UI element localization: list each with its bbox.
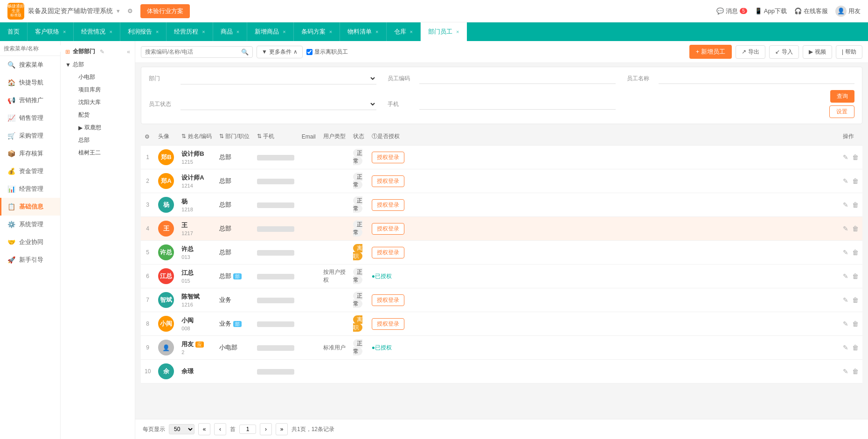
delete-btn[interactable]: 🗑 <box>852 296 859 304</box>
close-icon[interactable]: × <box>410 29 413 35</box>
tab-dept-staff[interactable]: 部门员工 × <box>421 22 467 41</box>
sidebar-item-finance[interactable]: 💰 资金管理 <box>0 162 60 180</box>
search-input[interactable] <box>145 49 239 55</box>
col-settings[interactable]: ⚙ <box>141 128 154 146</box>
sidebar-item-system[interactable]: ⚙️ 系统管理 <box>0 216 60 233</box>
close-icon[interactable]: × <box>63 29 66 35</box>
auth-btn[interactable]: 授权登录 <box>372 294 404 306</box>
dept-node-shenyang[interactable]: 沈阳大库 <box>71 96 135 109</box>
sidebar-item-purchase[interactable]: 🛒 采购管理 <box>0 127 60 145</box>
close-icon[interactable]: × <box>109 29 112 35</box>
next-page-btn[interactable]: › <box>260 423 272 435</box>
close-icon[interactable]: × <box>329 29 332 35</box>
tab-goods[interactable]: 商品 × <box>213 22 247 41</box>
user-btn[interactable]: 👤 用友 <box>835 6 861 17</box>
first-page-btn[interactable]: « <box>198 423 210 435</box>
delete-btn[interactable]: 🗑 <box>852 249 859 256</box>
dept-node-xiaodian[interactable]: 小电部 <box>71 71 135 84</box>
message-btn[interactable]: 💬 消息 5 <box>716 7 747 15</box>
dept-node-peihuo[interactable]: 配货 <box>71 109 135 121</box>
edit-btn[interactable]: ✎ <box>843 320 848 328</box>
per-page-select[interactable]: 50 100 200 <box>169 424 194 434</box>
show-resigned-checkbox[interactable] <box>306 49 312 55</box>
support-btn[interactable]: 🎧 在线客服 <box>794 7 828 15</box>
tab-home[interactable]: 首页 <box>0 22 28 41</box>
edit-btn[interactable]: ✎ <box>843 177 848 185</box>
filter-dept-select[interactable] <box>181 73 376 84</box>
help-btn[interactable]: | 帮助 <box>836 45 862 59</box>
auth-btn[interactable]: 授权登录 <box>372 199 404 211</box>
sidebar-item-business[interactable]: 📊 经营管理 <box>0 180 60 198</box>
filter-search-btn[interactable]: 查询 <box>830 90 854 103</box>
edit-btn[interactable]: ✎ <box>843 225 848 232</box>
auth-btn[interactable]: 授权登录 <box>372 223 404 235</box>
auth-btn[interactable]: 授权登录 <box>372 175 404 187</box>
filter-phone-input[interactable] <box>419 99 615 110</box>
filter-btn[interactable]: ▼ 更多条件 ∧ <box>257 46 303 58</box>
tab-history[interactable]: 经营历程 × <box>167 22 213 41</box>
sidebar-item-nav[interactable]: 🏠 快捷导航 <box>0 74 60 91</box>
export-btn[interactable]: ↗ 导出 <box>736 45 765 59</box>
sidebar-item-marketing[interactable]: 📢 营销推广 <box>0 91 60 109</box>
auth-btn[interactable]: 授权登录 <box>372 247 404 258</box>
dropdown-icon[interactable]: ▾ <box>117 7 120 14</box>
delete-btn[interactable]: 🗑 <box>852 201 859 209</box>
edit-btn[interactable]: ✎ <box>843 344 848 351</box>
dept-node-zhishu[interactable]: 植树王二 <box>71 146 135 159</box>
close-icon[interactable]: × <box>156 29 159 35</box>
edit-btn[interactable]: ✎ <box>843 296 848 304</box>
delete-btn[interactable]: 🗑 <box>852 225 859 232</box>
auth-btn[interactable]: 授权登录 <box>372 318 404 330</box>
close-icon[interactable]: × <box>236 29 239 35</box>
tab-bom[interactable]: 物料清单 × <box>340 22 386 41</box>
view-btn[interactable]: ▶ 视频 <box>803 45 832 59</box>
sidebar-item-sales[interactable]: 📈 销售管理 <box>0 109 60 127</box>
col-name[interactable]: ⇅ 姓名/编码 <box>178 128 215 146</box>
close-icon[interactable]: × <box>202 29 205 35</box>
close-icon[interactable]: × <box>456 29 459 35</box>
edit-btn[interactable]: ✎ <box>843 272 848 280</box>
prev-page-btn[interactable]: ‹ <box>214 423 226 435</box>
filter-name-input[interactable] <box>659 73 854 84</box>
sidebar-item-search[interactable]: 🔍 搜索菜单 <box>0 56 60 74</box>
sidebar-item-collab[interactable]: 🤝 企业协同 <box>0 233 60 251</box>
edit-dept-icon[interactable]: ✎ <box>100 49 104 55</box>
delete-btn[interactable]: 🗑 <box>852 177 859 185</box>
col-phone[interactable]: ⇅ 手机 <box>253 128 298 146</box>
delete-btn[interactable]: 🗑 <box>852 368 859 375</box>
col-dept[interactable]: ⇅ 部门/职位 <box>215 128 253 146</box>
last-page-btn[interactable]: » <box>276 423 288 435</box>
close-icon[interactable]: × <box>375 29 378 35</box>
settings-icon[interactable]: ⚙ <box>124 5 137 18</box>
edit-btn[interactable]: ✎ <box>843 153 848 161</box>
edit-btn[interactable]: ✎ <box>843 249 848 256</box>
edit-btn[interactable]: ✎ <box>843 201 848 209</box>
tab-add-goods[interactable]: 新增商品 × <box>247 22 293 41</box>
tab-customer[interactable]: 客户联络 × <box>28 22 74 41</box>
delete-btn[interactable]: 🗑 <box>852 344 859 351</box>
close-icon[interactable]: × <box>283 29 285 35</box>
filter-code-input[interactable] <box>419 73 615 84</box>
trial-btn[interactable]: 体验行业方案 <box>140 4 190 18</box>
filter-set-btn[interactable]: 设置 <box>829 105 854 118</box>
tab-warehouse[interactable]: 仓库 × <box>387 22 421 41</box>
tab-profit[interactable]: 利润报告 × <box>120 22 167 41</box>
import-btn[interactable]: ↙ 导入 <box>769 45 799 59</box>
dept-node-zongbu-root[interactable]: ▼ 总部 <box>61 58 135 71</box>
collapse-icon[interactable]: « <box>127 49 130 55</box>
dept-node-zongbu[interactable]: 总部 <box>71 134 135 146</box>
delete-btn[interactable]: 🗑 <box>852 272 859 280</box>
dept-node-project[interactable]: 项目库房 <box>71 84 135 96</box>
tab-operation[interactable]: 经营情况 × <box>74 22 120 41</box>
dept-node-shuanglu[interactable]: ▶ 双鹿想 <box>71 121 135 134</box>
delete-btn[interactable]: 🗑 <box>852 153 859 161</box>
sidebar-item-inventory[interactable]: 📦 库存核算 <box>0 145 60 162</box>
show-resigned-label[interactable]: 显示离职员工 <box>306 48 348 56</box>
sidebar-item-basic[interactable]: 📋 基础信息 <box>0 198 60 216</box>
edit-btn[interactable]: ✎ <box>843 368 848 375</box>
auth-btn[interactable]: 授权登录 <box>372 152 404 163</box>
sidebar-item-guide[interactable]: 🚀 新手引导 <box>0 251 60 269</box>
page-input[interactable] <box>239 425 256 434</box>
app-download-btn[interactable]: 📱 App下载 <box>755 7 787 15</box>
filter-status-select[interactable] <box>181 98 376 110</box>
